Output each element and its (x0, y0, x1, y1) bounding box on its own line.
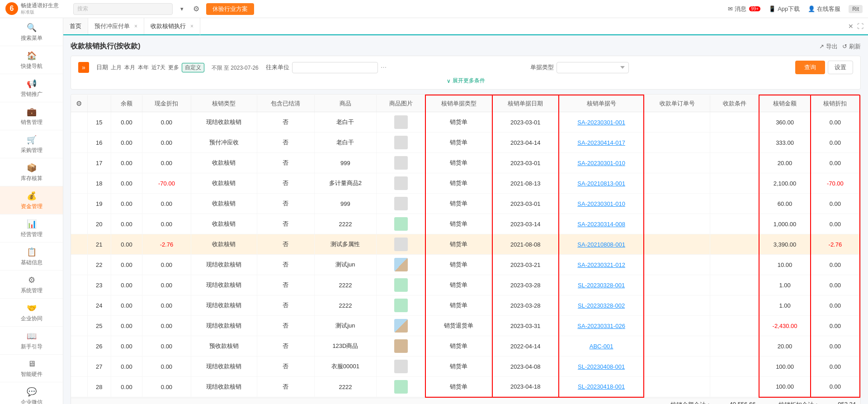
td-seq: 20 (87, 214, 111, 234)
service-icon: 👤 (808, 5, 815, 12)
date-custom[interactable]: 自定义 (182, 63, 204, 72)
expand-more-button[interactable]: ∨ 展开更多条件 (78, 77, 853, 85)
td-receipt-order (644, 234, 710, 255)
system-icon: ⚙ (28, 275, 35, 285)
th-seq (87, 95, 111, 112)
th-verify-type: 核销类型 (191, 95, 257, 112)
table-row: 18 0.00 -70.00 收款核销 否 多计量商品2 销货单 2021-08… (71, 173, 860, 194)
sidebar-item-base-info[interactable]: 📋 基础信息 (0, 242, 63, 271)
sidebar-item-inventory[interactable]: 📦 库存核算 (0, 158, 63, 186)
setting-button[interactable]: 设置 (828, 61, 853, 74)
sidebar-item-quicknav[interactable]: 🏠 快捷导航 (0, 46, 63, 74)
bill-no-link[interactable]: SL-20230418-001 (578, 383, 625, 390)
th-gear[interactable]: ⚙ (71, 95, 87, 112)
close-all-icon[interactable]: ✕ (848, 23, 854, 30)
td-balance: 0.00 (111, 356, 142, 377)
td-verify-type: 预付冲应收 (191, 133, 257, 153)
tab-verify[interactable]: 收款核销执行 × (144, 18, 200, 35)
td-balance: 0.00 (111, 295, 142, 316)
td-verify-amt: 1,000.00 (759, 214, 810, 234)
td-gear (71, 316, 87, 336)
td-balance: 0.00 (111, 173, 142, 194)
tab-home[interactable]: 首页 (63, 18, 88, 34)
table-container: ⚙ 余额 现金折扣 核销类型 包含已结清 商品 商品图片 核销单据类型 核销单据… (71, 94, 861, 404)
table-row: 17 0.00 0.00 收款核销 否 999 销货单 2023-03-01 S… (71, 153, 860, 173)
bill-no-link[interactable]: SA-20230321-012 (577, 261, 625, 268)
from-unit-input[interactable] (292, 62, 378, 73)
sidebar-item-operation[interactable]: 📊 经营管理 (0, 214, 63, 242)
bill-no-link[interactable]: SL-20230408-001 (578, 363, 625, 370)
date-prev-month[interactable]: 上月 (111, 64, 122, 71)
td-receipt-order (644, 194, 710, 214)
td-product: 2222 (314, 275, 377, 295)
filter-expand-button[interactable]: » (78, 62, 89, 73)
export-button[interactable]: ↗ 导出 (819, 43, 838, 51)
td-verify-disc: 0.00 (811, 194, 860, 214)
bill-no-link[interactable]: SA-20230301-010 (577, 160, 625, 166)
bill-no-link[interactable]: SA-20230314-008 (577, 221, 625, 228)
fullscreen-icon[interactable]: ⛶ (857, 23, 863, 30)
td-verify-disc: 0.00 (811, 295, 860, 316)
sidebar-item-wechat[interactable]: 💬 企业微信 (0, 382, 63, 404)
bill-no-link[interactable]: SA-20210808-001 (577, 241, 625, 248)
td-gear (71, 295, 87, 316)
dropdown-arrow[interactable]: ▾ (177, 5, 186, 14)
sidebar-item-enterprise[interactable]: 🤝 企业协同 (0, 299, 63, 327)
bill-no-link[interactable]: SA-20230414-017 (577, 139, 625, 146)
verify-tab-close[interactable]: × (190, 23, 193, 29)
td-bill-type: 销货单 (425, 173, 492, 194)
td-verify-type: 现结收款核销 (191, 356, 257, 377)
date-7days[interactable]: 近7天 (151, 64, 165, 71)
query-button[interactable]: 查询 (795, 61, 825, 74)
message-button[interactable]: ✉ 消息 99+ (728, 5, 760, 13)
tab-prepay[interactable]: 预付冲应付单 × (88, 18, 144, 34)
sidebar-label-purchase: 采购管理 (21, 147, 42, 154)
message-badge: 99+ (749, 6, 760, 11)
td-product-img (377, 112, 425, 133)
refresh-button[interactable]: ↺ 刷新 (842, 43, 861, 51)
td-gear (71, 234, 87, 255)
td-include-settled: 否 (257, 112, 314, 133)
page-title: 收款核销执行(按收款) (71, 42, 141, 51)
bill-no-link[interactable]: SL-20230328-001 (578, 282, 625, 289)
td-verify-disc: 0.00 (811, 153, 860, 173)
table-row: 25 0.00 0.00 现结收款核销 否 测试jun 销货退货单 2023-0… (71, 316, 860, 336)
search-box[interactable]: 搜索 (73, 3, 173, 15)
sidebar-item-marketing[interactable]: 📢 营销推广 (0, 74, 63, 102)
settings-gear-icon[interactable]: ⚙ (191, 4, 202, 14)
table-row: 15 0.00 0.00 现结收款核销 否 老白干 销货单 2023-03-01… (71, 112, 860, 133)
export-icon: ↗ (819, 43, 824, 50)
sidebar-item-sales[interactable]: 💼 销售管理 (0, 102, 63, 130)
industry-plan-button[interactable]: 休验行业方案 (206, 3, 254, 15)
operation-icon: 📊 (27, 219, 37, 229)
sidebar-item-purchase[interactable]: 🛒 采购管理 (0, 130, 63, 158)
td-seq: 28 (87, 377, 111, 397)
td-product: 测试jun (314, 255, 377, 275)
bill-type-select[interactable] (557, 62, 629, 73)
td-receipt-cond (710, 255, 759, 275)
bill-no-link[interactable]: ABC-001 (590, 343, 613, 350)
date-this-month[interactable]: 本月 (124, 64, 135, 71)
bill-no-link[interactable]: SA-20230301-010 (577, 200, 625, 207)
date-more[interactable]: 更多 (168, 64, 179, 71)
from-unit-expand[interactable]: ··· (381, 63, 387, 71)
td-bill-no: SA-20230301-010 (559, 153, 644, 173)
user-name[interactable]: Rit (849, 5, 863, 13)
sidebar-item-system[interactable]: ⚙ 系统管理 (0, 271, 63, 299)
td-bill-date: 2021-08-08 (492, 234, 559, 255)
sidebar-item-search[interactable]: 🔍 搜索菜单 (0, 18, 63, 46)
bill-no-link[interactable]: SL-20230328-002 (578, 302, 625, 309)
sidebar-item-finance[interactable]: 💰 资金管理 (0, 186, 63, 214)
td-bill-no: SL-20230328-001 (559, 275, 644, 295)
online-service-button[interactable]: 👤 在线客服 (808, 5, 840, 13)
bill-no-link[interactable]: SA-20230331-026 (577, 323, 625, 329)
app-download-button[interactable]: 📱 App下载 (769, 5, 800, 13)
date-this-year[interactable]: 本年 (138, 64, 149, 71)
filter-area: » 日期 上月 本月 本年 近7天 更多 自定义 不限 至 2023-07-26 (71, 56, 861, 90)
sidebar-item-hardware[interactable]: 🖥 智能硬件 (0, 355, 63, 382)
sidebar-item-guide[interactable]: 📖 新手引导 (0, 327, 63, 355)
bill-no-link[interactable]: SA-20230301-001 (577, 119, 625, 126)
td-product-img (377, 255, 425, 275)
bill-no-link[interactable]: SA-20210813-001 (577, 180, 625, 187)
prepay-tab-close[interactable]: × (134, 23, 137, 29)
